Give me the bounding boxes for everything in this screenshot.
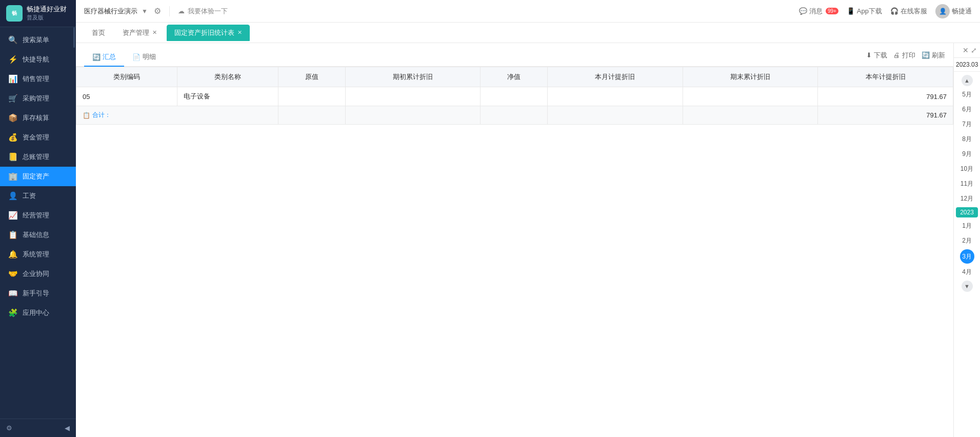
logo-title: 畅捷通好业财 bbox=[27, 5, 67, 14]
sidebar-item-payroll[interactable]: 👤 工资 bbox=[0, 186, 76, 206]
message-btn[interactable]: 💬 消息 99+ bbox=[799, 7, 838, 16]
sales-icon: 📊 bbox=[8, 74, 17, 84]
panel-month-6[interactable]: 6月 bbox=[954, 102, 980, 117]
service-btn[interactable]: 🎧 在线客服 bbox=[890, 7, 927, 16]
panel-month-5[interactable]: 5月 bbox=[954, 87, 980, 102]
sum-net-value bbox=[481, 106, 548, 125]
panel-month-2[interactable]: 2月 bbox=[954, 233, 980, 248]
panel-month-9[interactable]: 9月 bbox=[954, 147, 980, 162]
summary-label: 汇总 bbox=[103, 52, 116, 62]
panel-month-12[interactable]: 12月 bbox=[954, 191, 980, 206]
topbar-right: 💬 消息 99+ 📱 App下载 🎧 在线客服 👤 畅捷通 bbox=[799, 4, 972, 18]
sidebar-item-inventory[interactable]: 📦 库存核算 bbox=[0, 108, 76, 128]
ledger-icon: 📒 bbox=[8, 152, 17, 162]
right-panel: ✕ ⤢ 2023.03 ▲ 5月 6月 7月 8月 9月 10月 11月 12月… bbox=[953, 43, 980, 437]
message-icon: 💬 bbox=[799, 7, 807, 15]
sidebar: 畅 畅捷通好业财 普及版 🔍 搜索菜单 ⚡ 快捷导航 📊 销售管理 bbox=[0, 0, 76, 437]
panel-year-label[interactable]: 2023 bbox=[956, 207, 978, 217]
col-name: 类别名称 bbox=[177, 67, 278, 87]
sidebar-item-appcenter[interactable]: 🧩 应用中心 bbox=[0, 303, 76, 323]
topbar-settings-icon[interactable]: ⚙ bbox=[154, 6, 161, 16]
sidebar-nav: 🔍 搜索菜单 ⚡ 快捷导航 📊 销售管理 🛒 采购管理 📦 库存核算 💰 bbox=[0, 27, 76, 419]
download-icon: ⬇ bbox=[866, 51, 872, 59]
table-row: 05 电子设备 791.67 bbox=[76, 87, 953, 106]
sidebar-item-basicinfo[interactable]: 📋 基础信息 bbox=[0, 225, 76, 245]
sidebar-settings-icon[interactable]: ⚙ bbox=[6, 424, 12, 432]
detail-icon: 📄 bbox=[132, 53, 141, 61]
tab-home[interactable]: 首页 bbox=[84, 25, 113, 41]
sysmanage-icon: 🔔 bbox=[8, 250, 17, 259]
tab-fixeddepreciation-close[interactable]: ✕ bbox=[237, 29, 242, 36]
sum-annual-dep: 791.67 bbox=[818, 106, 953, 125]
sidebar-item-bizmanage[interactable]: 📈 经营管理 bbox=[0, 206, 76, 225]
col-monthly-dep: 本月计提折旧 bbox=[547, 67, 683, 87]
refresh-label: 刷新 bbox=[932, 51, 945, 60]
sidebar-item-label: 销售管理 bbox=[23, 74, 49, 84]
sidebar-item-fixedassets[interactable]: 🏢 固定资产 bbox=[0, 167, 76, 186]
row-name: 电子设备 bbox=[177, 87, 278, 106]
row-initial-dep bbox=[345, 87, 481, 106]
sum-initial-dep bbox=[345, 106, 481, 125]
panel-month-3-active[interactable]: 3月 bbox=[960, 249, 974, 264]
service-label: 在线客服 bbox=[901, 7, 927, 16]
finance-icon: 💰 bbox=[8, 133, 17, 142]
sidebar-item-label: 工资 bbox=[23, 191, 36, 201]
subtab-detail[interactable]: 📄 明细 bbox=[124, 48, 164, 67]
panel-nav-up[interactable]: ▲ bbox=[962, 75, 973, 86]
sidebar-item-guide[interactable]: 📖 新手引导 bbox=[0, 284, 76, 303]
refresh-btn[interactable]: 🔄 刷新 bbox=[922, 51, 945, 60]
row-monthly-dep bbox=[547, 87, 683, 106]
sidebar-item-cooperation[interactable]: 🤝 企业协同 bbox=[0, 264, 76, 284]
sidebar-item-label: 新手引导 bbox=[23, 289, 49, 298]
experience-label: 我要体验一下 bbox=[188, 7, 228, 16]
sidebar-item-label: 应用中心 bbox=[23, 308, 49, 317]
sum-period-end-dep bbox=[683, 106, 818, 125]
sum-row: 📋 合计： 791.67 bbox=[76, 106, 953, 125]
panel-month-8[interactable]: 8月 bbox=[954, 132, 980, 147]
service-icon: 🎧 bbox=[890, 7, 898, 15]
row-code: 05 bbox=[76, 87, 177, 106]
tab-assetmanage-close[interactable]: ✕ bbox=[152, 29, 157, 36]
panel-month-4[interactable]: 4月 bbox=[954, 265, 980, 280]
sidebar-collapse-icon[interactable]: ◀ bbox=[65, 424, 70, 432]
main-area: 医疗器械行业演示 ▼ ⚙ ☁ 我要体验一下 💬 消息 99+ 📱 App下载 🎧… bbox=[76, 0, 980, 437]
download-label: 下载 bbox=[874, 51, 887, 60]
logo-subtitle: 普及版 bbox=[27, 14, 67, 22]
tab-fixeddepreciation[interactable]: 固定资产折旧统计表 ✕ bbox=[167, 25, 250, 41]
sidebar-item-finance[interactable]: 💰 资金管理 bbox=[0, 128, 76, 147]
panel-month-10[interactable]: 10月 bbox=[954, 162, 980, 176]
company-dropdown-icon[interactable]: ▼ bbox=[142, 8, 148, 15]
table-header-row: 类别编码 类别名称 原值 期初累计折旧 净值 本月计提折旧 期末累计折旧 本年计… bbox=[76, 67, 953, 87]
experience-btn[interactable]: ☁ 我要体验一下 bbox=[178, 7, 228, 16]
app-download-icon: 📱 bbox=[847, 7, 855, 15]
sidebar-item-ledger[interactable]: 📒 总账管理 bbox=[0, 147, 76, 167]
download-btn[interactable]: ⬇ 下载 bbox=[866, 51, 887, 60]
panel-month-7[interactable]: 7月 bbox=[954, 117, 980, 132]
sidebar-item-search[interactable]: 🔍 搜索菜单 bbox=[0, 30, 76, 50]
divider bbox=[169, 6, 170, 16]
table-wrapper: 类别编码 类别名称 原值 期初累计折旧 净值 本月计提折旧 期末累计折旧 本年计… bbox=[76, 67, 953, 437]
print-btn[interactable]: 🖨 打印 bbox=[893, 51, 915, 60]
sidebar-item-sales[interactable]: 📊 销售管理 bbox=[0, 69, 76, 89]
panel-nav-down[interactable]: ▼ bbox=[962, 281, 973, 292]
sidebar-item-quicknav[interactable]: ⚡ 快捷导航 bbox=[0, 50, 76, 69]
sidebar-item-purchase[interactable]: 🛒 采购管理 bbox=[0, 89, 76, 108]
purchase-icon: 🛒 bbox=[8, 94, 17, 103]
subtab-summary[interactable]: 🔄 汇总 bbox=[84, 48, 124, 67]
user-icon: 👤 bbox=[939, 8, 947, 15]
sidebar-footer: ⚙ ◀ bbox=[0, 419, 76, 437]
search-icon: 🔍 bbox=[8, 35, 17, 45]
panel-close-btn[interactable]: ✕ bbox=[963, 46, 969, 54]
sum-text: 合计： bbox=[92, 111, 111, 120]
tab-assetmanage[interactable]: 资产管理 ✕ bbox=[115, 25, 165, 41]
tabbar: 首页 资产管理 ✕ 固定资产折旧统计表 ✕ bbox=[76, 23, 980, 43]
panel-expand-btn[interactable]: ⤢ bbox=[971, 46, 977, 54]
app-download-label: App下载 bbox=[857, 7, 882, 16]
panel-month-1[interactable]: 1月 bbox=[954, 218, 980, 233]
guide-icon: 📖 bbox=[8, 289, 17, 298]
app-download-btn[interactable]: 📱 App下载 bbox=[847, 7, 882, 16]
sidebar-item-sysmanage[interactable]: 🔔 系统管理 bbox=[0, 245, 76, 264]
sidebar-item-label: 快捷导航 bbox=[23, 55, 49, 64]
panel-month-11[interactable]: 11月 bbox=[954, 176, 980, 191]
user-btn[interactable]: 👤 畅捷通 bbox=[935, 4, 972, 18]
